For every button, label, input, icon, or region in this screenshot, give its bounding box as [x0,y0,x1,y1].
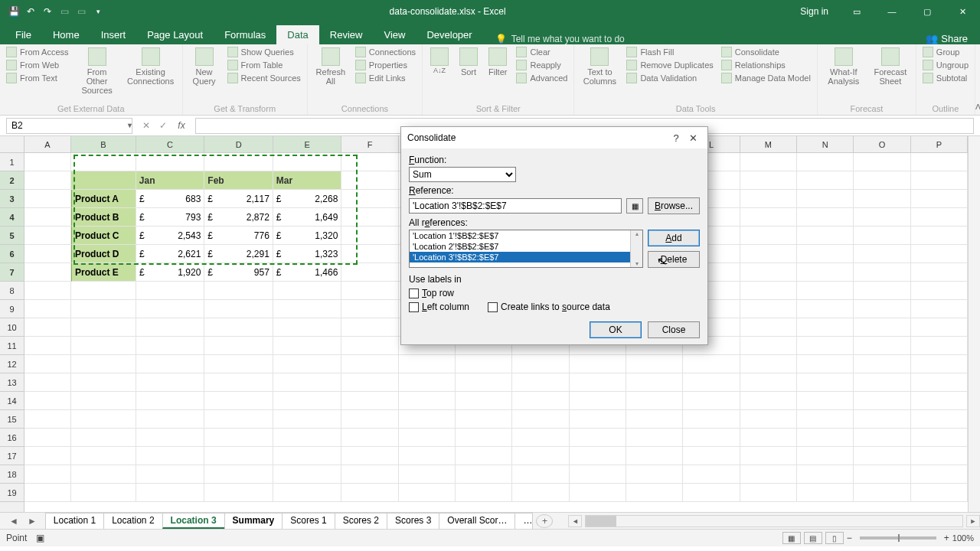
row-header-15[interactable]: 15 [0,410,24,429]
cell[interactable] [341,429,398,447]
cell[interactable] [24,263,71,282]
cell[interactable] [911,190,968,208]
cell[interactable]: Product D [71,245,136,263]
forecast-sheet-button[interactable]: Forecast Sheet [868,46,913,87]
cell[interactable]: Product E [71,263,136,282]
cell[interactable] [204,282,273,300]
cell[interactable] [273,355,341,373]
cell[interactable] [399,373,456,392]
tab-page-layout[interactable]: Page Layout [136,25,214,44]
column-header-P[interactable]: P [911,136,968,152]
cell[interactable] [24,355,71,373]
select-all-corner[interactable] [0,136,24,153]
cell[interactable] [273,392,341,410]
minimize-icon[interactable]: — [874,0,910,23]
row-header-7[interactable]: 7 [0,263,24,282]
refresh-all-button[interactable]: Refresh All [311,46,351,87]
hscroll-left-icon[interactable]: ◄ [568,515,582,527]
tab-view[interactable]: View [373,25,416,44]
cell[interactable] [740,282,797,300]
row-header-5[interactable]: 5 [0,227,24,245]
cell[interactable] [204,318,273,337]
cell[interactable] [341,410,398,429]
cell[interactable] [512,410,569,429]
cell[interactable] [911,208,968,227]
cell[interactable] [136,429,204,447]
sign-in-link[interactable]: Sign in [789,6,839,17]
cell[interactable] [854,245,910,263]
cell[interactable] [797,484,854,502]
cell[interactable] [740,208,797,227]
cell[interactable] [740,153,797,171]
fx-icon[interactable]: fx [174,118,189,133]
qat-customize-icon[interactable]: ▾ [90,4,106,19]
close-icon[interactable]: ✕ [945,0,980,23]
sort-az-button[interactable]: A↓Z [426,46,453,77]
cell[interactable] [854,171,910,190]
column-header-O[interactable]: O [854,136,910,152]
cell[interactable] [911,410,968,429]
enter-icon[interactable]: ✓ [155,118,171,133]
row-header-16[interactable]: 16 [0,429,24,447]
cell[interactable] [71,300,136,318]
cell[interactable] [740,429,797,447]
cell[interactable] [797,465,854,484]
cell[interactable]: £2,117 [204,190,273,208]
cell[interactable] [24,282,71,300]
cell[interactable] [797,373,854,392]
cell[interactable] [512,465,569,484]
delete-button[interactable]: Delete [648,251,700,268]
ok-button[interactable]: OK [590,321,642,338]
row-header-18[interactable]: 18 [0,465,24,484]
tab-insert[interactable]: Insert [90,25,137,44]
cell[interactable] [273,153,341,171]
ribbon-display-icon[interactable]: ▭ [839,0,874,23]
cell[interactable]: £1,920 [136,263,204,282]
name-box-input[interactable] [7,120,126,131]
column-header-M[interactable]: M [740,136,797,152]
cell[interactable] [24,429,71,447]
tab-developer[interactable]: Developer [416,25,482,44]
edit-links-button[interactable]: Edit Links [352,72,419,84]
collapse-ribbon-icon[interactable]: ᐱ [975,44,980,115]
row-header-14[interactable]: 14 [0,392,24,410]
cell[interactable] [204,484,273,502]
cell[interactable] [204,429,273,447]
cell[interactable] [273,410,341,429]
cell[interactable] [24,392,71,410]
cell[interactable] [740,410,797,429]
cell[interactable] [740,245,797,263]
cell[interactable] [854,465,910,484]
cell[interactable] [24,245,71,263]
row-header-6[interactable]: 6 [0,245,24,263]
cell[interactable] [204,465,273,484]
cell[interactable] [456,373,512,392]
cell[interactable] [341,465,398,484]
cell[interactable] [740,465,797,484]
properties-button[interactable]: Properties [352,59,419,71]
horizontal-scrollbar[interactable] [585,515,963,527]
normal-view-icon[interactable]: ▦ [782,532,801,544]
cell[interactable] [24,300,71,318]
cell[interactable] [740,373,797,392]
page-break-icon[interactable]: ▯ [825,532,844,544]
cell[interactable] [911,245,968,263]
new-query-button[interactable]: New Query [186,46,223,87]
cell[interactable] [204,410,273,429]
cell[interactable] [71,373,136,392]
column-header-N[interactable]: N [797,136,854,152]
cell[interactable]: £957 [204,263,273,282]
cell[interactable] [683,410,740,429]
row-header-12[interactable]: 12 [0,355,24,373]
cell[interactable] [854,263,910,282]
row-header-8[interactable]: 8 [0,282,24,300]
cell[interactable] [399,410,456,429]
cell[interactable] [341,355,398,373]
cell[interactable] [71,484,136,502]
cell[interactable] [273,484,341,502]
cell[interactable] [273,337,341,355]
cell[interactable] [854,153,910,171]
row-header-4[interactable]: 4 [0,208,24,227]
clear-button[interactable]: Clear [513,46,570,58]
cell[interactable] [24,227,71,245]
